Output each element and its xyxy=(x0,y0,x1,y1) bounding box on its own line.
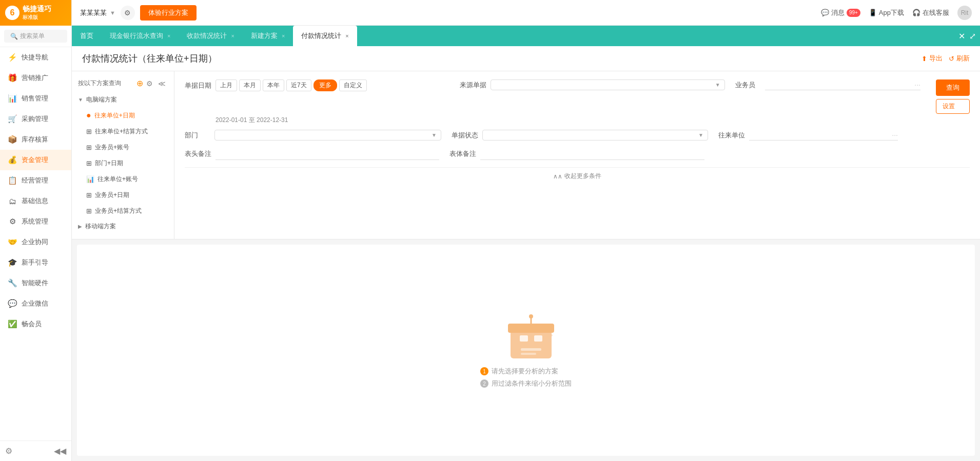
page-title: 付款情况统计（往来单位+日期） xyxy=(82,52,217,65)
data-area: 1 请先选择要分析的方案 2 用过滤条件来缩小分析范围 xyxy=(77,245,975,456)
source-dropdown-icon: ▼ xyxy=(715,82,720,88)
sidebar-item-marketing[interactable]: 🎁 营销推广 xyxy=(0,68,71,88)
dept-select[interactable]: ▼ xyxy=(214,130,441,141)
filter-group-source: 来源单据 ▼ xyxy=(460,79,724,90)
sidebar-item-purchase[interactable]: 🛒 采购管理 xyxy=(0,109,71,129)
operations-icon: 📋 xyxy=(7,175,17,186)
collapse-scheme-icon[interactable]: ≪ xyxy=(156,79,168,88)
maximize-icon[interactable]: ⤢ xyxy=(969,31,976,41)
date-range-text: 2022-01-01 至 2022-12-31 xyxy=(215,116,288,124)
sidebar-item-basic-info[interactable]: 🗂 基础信息 xyxy=(0,191,71,211)
header-right: 💬 消息 99+ 📱 App下载 🎧 在线客服 Rit xyxy=(821,6,972,20)
body-remark-input[interactable] xyxy=(480,148,704,160)
body-remark-label: 表体备注 xyxy=(449,149,476,158)
scheme-table-icon: ⊞ xyxy=(86,191,92,199)
sidebar-item-vip[interactable]: ✅ 畅会员 xyxy=(0,314,71,334)
tab-label: 现金银行流水查询 xyxy=(110,31,163,41)
counterparty-label: 往来单位 xyxy=(718,131,745,140)
date-btn-more[interactable]: 更多 xyxy=(313,79,337,91)
scheme-item-salesperson-settlement[interactable]: ⊞ 业务员+结算方式 xyxy=(72,203,174,219)
sidebar-item-hardware[interactable]: 🔧 智能硬件 xyxy=(0,273,71,293)
user-avatar[interactable]: Rit xyxy=(957,6,972,20)
filter-row-2: 部门 ▼ 单据状态 ▼ 往来单位 xyxy=(185,130,970,141)
sidebar-item-cooperation[interactable]: 🤝 企业协同 xyxy=(0,232,71,252)
cooperation-icon: 🤝 xyxy=(7,237,17,247)
scheme-item-counterparty-account[interactable]: 📊 往来单位+账号 xyxy=(72,171,174,187)
sidebar-item-inventory[interactable]: 📦 库存核算 xyxy=(0,129,71,150)
sidebar-search-area[interactable]: 🔍 搜索菜单 xyxy=(0,26,71,47)
export-label: 导出 xyxy=(929,54,943,63)
tab-bar: 首页 现金银行流水查询 × 收款情况统计 × 新建方案 × 付款情况统计 × ✕… xyxy=(72,26,980,46)
tab-close-icon[interactable]: × xyxy=(345,33,348,39)
vip-icon: ✅ xyxy=(7,319,17,329)
scheme-group-desktop[interactable]: ▼ 电脑端方案 xyxy=(72,92,174,107)
scheme-item-dept-date[interactable]: ⊞ 部门+日期 xyxy=(72,155,174,171)
close-all-tabs-icon[interactable]: ✕ xyxy=(958,31,965,41)
notifications-button[interactable]: 💬 消息 99+ xyxy=(821,8,860,17)
sidebar-item-system[interactable]: ⚙ 系统管理 xyxy=(0,211,71,232)
scheme-item-salesperson-account[interactable]: ⊞ 业务员+账号 xyxy=(72,139,174,155)
date-btn-7days[interactable]: 近7天 xyxy=(286,79,311,91)
tab-close-icon[interactable]: × xyxy=(231,33,234,39)
online-service-button[interactable]: 🎧 在线客服 xyxy=(912,8,949,17)
filter-row-3: 表头备注 表体备注 xyxy=(185,148,970,160)
app-download-button[interactable]: 📱 App下载 xyxy=(869,8,904,17)
wechat-icon: 💬 xyxy=(7,298,17,309)
head-remark-label: 表头备注 xyxy=(185,149,211,158)
counterparty-more-icon[interactable]: ··· xyxy=(892,131,898,139)
source-select[interactable]: ▼ xyxy=(491,79,724,90)
sidebar-item-finance[interactable]: 💰 资金管理 xyxy=(0,150,71,170)
finance-icon: 💰 xyxy=(7,155,17,165)
system-icon: ⚙ xyxy=(7,216,17,227)
settings-scheme-icon[interactable]: ⚙ xyxy=(146,79,153,88)
sidebar-item-operations[interactable]: 📋 经营管理 xyxy=(0,170,71,191)
sidebar-item-quick-nav[interactable]: ⚡ 快捷导航 xyxy=(0,47,71,68)
date-btn-this-month[interactable]: 本月 xyxy=(239,79,261,91)
collapse-more-button[interactable]: ∧∧ 收起更多条件 xyxy=(185,167,970,185)
tab-bank-flow[interactable]: 现金银行流水查询 × xyxy=(102,26,179,46)
date-btn-custom[interactable]: 自定义 xyxy=(339,79,367,91)
app-download-label: App下载 xyxy=(879,8,904,17)
empty-state: 1 请先选择要分析的方案 2 用过滤条件来缩小分析范围 xyxy=(480,312,572,388)
sidebar-item-sales[interactable]: 📊 销售管理 xyxy=(0,88,71,109)
tab-payment-stat[interactable]: 付款情况统计 × xyxy=(293,26,357,46)
filter-group-date: 单据日期 上月 本月 本年 近7天 更多 自定义 xyxy=(185,79,449,91)
settings-link[interactable]: 设置 xyxy=(936,99,970,114)
sales-icon: 📊 xyxy=(7,93,17,104)
refresh-label: 刷新 xyxy=(956,54,970,63)
header-settings-button[interactable]: ⚙ xyxy=(121,6,135,20)
tab-close-icon[interactable]: × xyxy=(167,33,170,39)
date-btn-this-year[interactable]: 本年 xyxy=(263,79,284,91)
export-button[interactable]: ⬆ 导出 xyxy=(922,54,943,63)
search-box[interactable]: 🔍 搜索菜单 xyxy=(4,30,67,43)
scheme-item-counterparty-date[interactable]: ● 往来单位+日期 xyxy=(72,107,174,124)
collapse-label: 收起更多条件 xyxy=(564,172,601,181)
tab-collection-stat[interactable]: 收款情况统计 × xyxy=(179,26,242,46)
more-options-icon[interactable]: ··· xyxy=(914,81,920,89)
filter-panel: 单据日期 上月 本月 本年 近7天 更多 自定义 来源单据 xyxy=(174,71,980,239)
footer-settings-icon[interactable]: ⚙ xyxy=(5,446,12,456)
date-btn-last-month[interactable]: 上月 xyxy=(215,79,237,91)
sidebar-item-wechat[interactable]: 💬 企业微信 xyxy=(0,293,71,314)
filter-group-head-remark: 表头备注 xyxy=(185,148,439,160)
group-arrow-icon: ▼ xyxy=(78,97,83,103)
trial-button[interactable]: 体验行业方案 xyxy=(140,5,197,21)
head-remark-input[interactable] xyxy=(215,148,439,160)
doc-status-select[interactable]: ▼ xyxy=(482,130,708,141)
tab-new-scheme[interactable]: 新建方案 × xyxy=(243,26,293,46)
tab-home[interactable]: 首页 xyxy=(72,26,102,46)
scheme-group-mobile[interactable]: ▶ 移动端方案 xyxy=(72,219,174,234)
scheme-item-salesperson-date[interactable]: ⊞ 业务员+日期 xyxy=(72,187,174,203)
company-selector[interactable]: 某某某某 ▼ xyxy=(80,8,115,17)
tab-close-icon[interactable]: × xyxy=(282,33,285,39)
sidebar-item-guide[interactable]: 🎓 新手引导 xyxy=(0,252,71,273)
scheme-item-label: 业务员+结算方式 xyxy=(95,207,142,215)
svg-rect-3 xyxy=(534,335,542,342)
empty-tips: 1 请先选择要分析的方案 2 用过滤条件来缩小分析范围 xyxy=(480,367,572,388)
footer-collapse-icon[interactable]: ◀◀ xyxy=(54,446,66,456)
refresh-button[interactable]: ↺ 刷新 xyxy=(949,54,970,63)
scheme-item-counterparty-settlement[interactable]: ⊞ 往来单位+结算方式 xyxy=(72,124,174,139)
scheme-header-label: 按以下方案查询 xyxy=(78,79,121,88)
query-button[interactable]: 查询 xyxy=(936,79,970,96)
add-scheme-icon[interactable]: ⊕ xyxy=(136,78,143,88)
